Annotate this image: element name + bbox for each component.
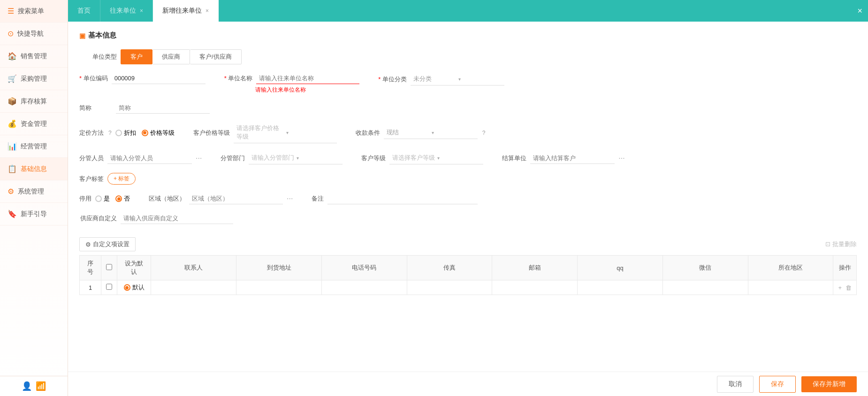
radio-no[interactable]: 否 <box>115 194 130 203</box>
manager-input[interactable] <box>107 153 192 164</box>
chevron-down-icon-payment: ▾ <box>432 130 475 135</box>
settlement-dots-btn[interactable]: ··· <box>618 154 624 163</box>
department-select[interactable]: 请输入分管部门 ▾ <box>249 152 343 164</box>
unit-code-label: 单位编码 <box>79 74 108 83</box>
department-group: 分管部门 请输入分管部门 ▾ <box>221 152 343 164</box>
region-input[interactable] <box>189 193 283 204</box>
sidebar-item-system[interactable]: ⚙ 系统管理 <box>0 180 68 203</box>
remark-label: 备注 <box>312 194 324 203</box>
cell-address[interactable] <box>236 280 322 295</box>
customer-level-select[interactable]: 请选择客户等级 ▾ <box>389 152 483 164</box>
email-input[interactable] <box>497 284 572 291</box>
home-icon: ⊙ <box>8 29 14 38</box>
cell-region[interactable] <box>748 280 833 295</box>
payment-terms-select[interactable]: 现结 ▾ <box>384 126 478 139</box>
remark-input[interactable] <box>327 193 478 204</box>
save-new-button[interactable]: 保存并新增 <box>801 376 857 392</box>
guide-icon: 🔖 <box>8 210 17 218</box>
row-abbreviation: 简称 <box>79 102 857 114</box>
cell-wechat[interactable] <box>662 280 748 295</box>
unit-name-input[interactable] <box>256 73 359 84</box>
cell-contact[interactable] <box>151 280 236 295</box>
row-tags: 客户标签 + 标签 <box>79 173 857 185</box>
cell-phone[interactable] <box>321 280 407 295</box>
cancel-button[interactable]: 取消 <box>717 376 754 393</box>
supplier-custom-input[interactable] <box>121 213 233 224</box>
tab-home[interactable]: 首页 <box>68 0 100 22</box>
sidebar: ☰ 搜索菜单 ⊙ 快捷导航 🏠 销售管理 🛒 采购管理 📦 库存核算 💰 资金管… <box>0 0 68 396</box>
default-radio[interactable] <box>124 284 130 291</box>
sidebar-item-search[interactable]: ☰ 搜索菜单 <box>0 0 68 23</box>
help-icon-pricing[interactable]: ? <box>108 130 112 136</box>
settlement-unit-input[interactable] <box>530 153 615 164</box>
tab-add-counterparty[interactable]: 新增往来单位 × <box>153 0 219 22</box>
phone-input[interactable] <box>327 284 402 291</box>
col-fax: 传真 <box>407 256 492 280</box>
sidebar-item-operation[interactable]: 📊 经营管理 <box>0 135 68 158</box>
footer-bar: 取消 保存 保存并新增 <box>68 372 868 396</box>
radio-yes[interactable]: 是 <box>95 194 110 203</box>
col-action: 操作 <box>833 256 857 280</box>
sidebar-item-quicknav[interactable]: ⊙ 快捷导航 <box>0 23 68 45</box>
cell-email[interactable] <box>492 280 578 295</box>
tag-group: 客户标签 + 标签 <box>79 173 136 185</box>
col-checkbox[interactable] <box>101 256 117 280</box>
form-area: ▣ 基本信息 单位类型 客户 供应商 客户/供应商 单位编码 单位名称 请输入往… <box>68 22 868 372</box>
btn-customer[interactable]: 客户 <box>121 49 152 64</box>
cell-qq[interactable] <box>578 280 663 295</box>
abbreviation-group: 简称 <box>79 102 210 114</box>
unit-category-group: 单位分类 未分类 ▾ <box>378 73 504 85</box>
settlement-unit-label: 结算单位 <box>502 154 526 163</box>
unit-code-input[interactable] <box>112 73 206 84</box>
sales-icon: 🏠 <box>8 52 17 61</box>
sidebar-item-sales[interactable]: 🏠 销售管理 <box>0 45 68 68</box>
manager-dots-btn[interactable]: ··· <box>196 154 202 163</box>
tabs-bar: 首页 往来单位 × 新增往来单位 × × <box>68 0 868 22</box>
contact-input[interactable] <box>156 284 231 291</box>
close-all-tabs[interactable]: × <box>857 6 862 16</box>
row-region-input[interactable] <box>753 284 829 291</box>
tag-label: 客户标签 <box>79 175 104 183</box>
abbreviation-input[interactable] <box>116 102 210 114</box>
settings-icon: ⚙ <box>85 241 91 248</box>
section-icon: ▣ <box>79 32 85 39</box>
sidebar-item-purchase[interactable]: 🛒 采购管理 <box>0 68 68 90</box>
help-icon-payment[interactable]: ? <box>482 130 486 136</box>
select-all-checkbox[interactable] <box>106 264 112 270</box>
cell-checkbox[interactable] <box>101 280 117 295</box>
add-tag-button[interactable]: + 标签 <box>107 173 136 185</box>
radio-discount-circle <box>115 130 122 136</box>
sidebar-item-inventory[interactable]: 📦 库存核算 <box>0 90 68 113</box>
contact-table: 序号 设为默认 联系人 到货地址 电话号码 传真 邮箱 qq 微信 所在地区 操… <box>79 255 857 295</box>
wechat-input[interactable] <box>668 284 743 291</box>
tab-counterparty[interactable]: 往来单位 × <box>100 0 153 22</box>
row-checkbox[interactable] <box>106 284 112 290</box>
sidebar-item-finance[interactable]: 💰 资金管理 <box>0 113 68 135</box>
sidebar-item-guide[interactable]: 🔖 新手引导 <box>0 203 68 225</box>
btn-both[interactable]: 客户/供应商 <box>190 49 242 64</box>
settlement-unit-group: 结算单位 ··· <box>502 153 624 164</box>
customer-grade-select[interactable]: 请选择客户价格等级 ▾ <box>234 122 337 143</box>
btn-supplier[interactable]: 供应商 <box>152 49 190 64</box>
sidebar-item-basic[interactable]: 📋 基础信息 <box>0 158 68 180</box>
batch-delete-button[interactable]: ⊡ 批量删除 <box>825 240 857 248</box>
custom-setting-button[interactable]: ⚙ 自定义项设置 <box>79 237 136 251</box>
radio-discount[interactable]: 折扣 <box>115 129 136 137</box>
save-button[interactable]: 保存 <box>759 376 796 393</box>
unit-name-label: 单位名称 <box>224 74 253 83</box>
address-input[interactable] <box>241 284 317 291</box>
close-counterparty-tab[interactable]: × <box>140 8 143 14</box>
add-row-icon[interactable]: + <box>838 284 842 291</box>
fax-input[interactable] <box>412 284 487 291</box>
disable-label: 停用 <box>79 194 91 203</box>
unit-category-select[interactable]: 未分类 ▾ <box>411 73 504 85</box>
cell-fax[interactable] <box>407 280 492 295</box>
close-add-counterparty-tab[interactable]: × <box>206 8 209 14</box>
unit-type-label: 单位类型 <box>79 53 117 61</box>
chevron-down-icon-grade: ▾ <box>286 130 334 135</box>
delete-row-icon[interactable]: 🗑 <box>845 284 852 291</box>
qq-input[interactable] <box>582 284 658 291</box>
radio-grade[interactable]: 价格等级 <box>142 129 175 137</box>
region-dots-btn[interactable]: ··· <box>287 194 293 203</box>
cell-default[interactable]: 默认 <box>117 280 151 295</box>
